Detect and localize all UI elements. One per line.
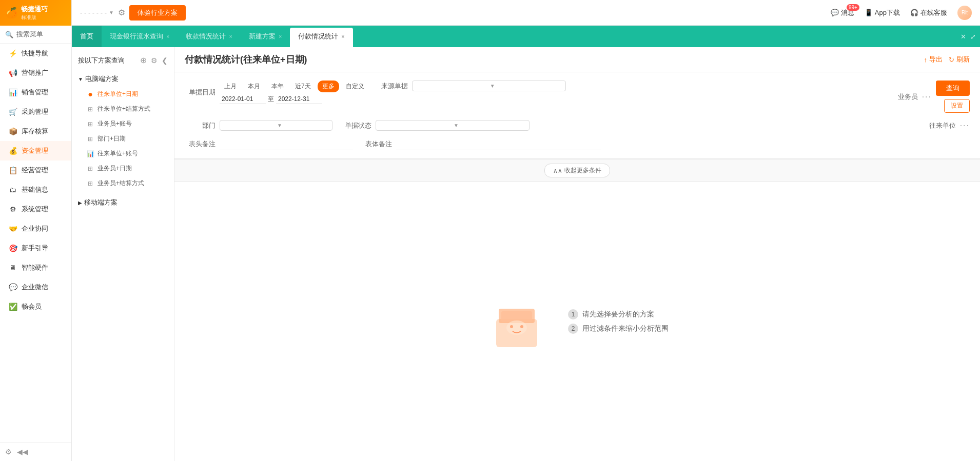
query-btn[interactable]: 查询 bbox=[936, 81, 970, 96]
add-schema-icon[interactable]: ⊕ bbox=[140, 55, 147, 65]
table-schema-icon: ⊞ bbox=[86, 165, 94, 173]
schema-item-label: 业务员+日期 bbox=[97, 164, 132, 173]
sidebar-item-sales[interactable]: 📊 销售管理 bbox=[0, 83, 71, 102]
sidebar-item-label: 系统管理 bbox=[22, 205, 48, 214]
app-name: 畅捷通巧 bbox=[21, 5, 48, 14]
export-btn[interactable]: ↑ 导出 bbox=[924, 55, 943, 64]
sidebar-item-member[interactable]: ✅ 畅会员 bbox=[0, 297, 71, 316]
schema-item-label: 业务员+账号 bbox=[97, 119, 132, 128]
this-year-btn[interactable]: 本年 bbox=[267, 81, 288, 92]
collapse-sidebar-icon[interactable]: ◀◀ bbox=[17, 448, 28, 456]
tab-new-plan[interactable]: 新建方案 × bbox=[241, 26, 290, 47]
active-schema-icon: ● bbox=[86, 90, 94, 98]
company-selector[interactable]: - - - - - - - ▼ bbox=[80, 9, 114, 16]
partner-filter-label: 往来单位 bbox=[925, 121, 956, 130]
dept-select[interactable]: ▼ bbox=[220, 120, 332, 131]
table-body-note-label: 表体备注 bbox=[361, 139, 392, 149]
topbar-gear-icon[interactable]: ⚙ bbox=[118, 8, 125, 17]
tab-close-icon[interactable]: × bbox=[341, 33, 344, 39]
trial-btn[interactable]: 体验行业方案 bbox=[129, 5, 186, 21]
wechat-icon: 💬 bbox=[8, 283, 17, 292]
collapse-schema-icon[interactable]: ❮ bbox=[162, 56, 168, 65]
custom-date-btn[interactable]: 自定义 bbox=[341, 81, 369, 92]
schema-mobile-section-header[interactable]: ▶ 移动端方案 bbox=[72, 195, 174, 210]
sidebar-search[interactable]: 🔍 搜索菜单 bbox=[0, 26, 71, 44]
user-avatar[interactable]: Rit bbox=[957, 6, 972, 20]
tab-home[interactable]: 首页 bbox=[72, 26, 102, 47]
messages-badge: 99+ bbox=[847, 4, 859, 11]
quick-nav-icon: ⚡ bbox=[8, 49, 17, 58]
schema-item-partner-date[interactable]: ● 往来单位+日期 bbox=[72, 87, 174, 102]
empty-area: 1 请先选择要分析的方案 2 用过滤条件来缩小分析范围 bbox=[174, 182, 980, 461]
sidebar-item-system[interactable]: ⚙ 系统管理 bbox=[0, 199, 71, 219]
schema-desktop-section-header[interactable]: ▼ 电脑端方案 bbox=[72, 71, 174, 87]
sidebar-item-marketing[interactable]: 📢 营销推广 bbox=[0, 63, 71, 83]
staff-filter-dots[interactable]: ··· bbox=[922, 92, 932, 102]
tabbar: 首页 现金银行流水查询 × 收款情况统计 × 新建方案 × 付款情况统计 × ✕… bbox=[72, 26, 980, 47]
date-start-input[interactable] bbox=[220, 94, 266, 104]
schema-item-dept-date[interactable]: ⊞ 部门+日期 bbox=[72, 131, 174, 146]
tab-close-icon[interactable]: × bbox=[166, 33, 169, 39]
page-title: 付款情况统计(往来单位+日期) bbox=[185, 53, 307, 66]
tab-payment-stats[interactable]: 付款情况统计 × bbox=[290, 28, 352, 47]
close-all-tabs-icon[interactable]: ✕ bbox=[961, 33, 966, 41]
schema-item-staff-payment[interactable]: ⊞ 业务员+结算方式 bbox=[72, 176, 174, 191]
app-logo: 🍊 bbox=[5, 7, 18, 19]
date-filter-btns: 上月 本月 本年 近7天 更多 自定义 bbox=[220, 81, 369, 92]
sidebar-item-finance[interactable]: 💰 资金管理 bbox=[0, 141, 71, 161]
tab-label: 收款情况统计 bbox=[186, 32, 226, 41]
tab-receipt-stats[interactable]: 收款情况统计 × bbox=[178, 26, 240, 47]
sidebar-item-guide[interactable]: 🎯 新手引导 bbox=[0, 238, 71, 258]
content-area: 按以下方案查询 ⊕ ⚙ ❮ ▼ 电脑端方案 ● 往来单位+日期 ⊞ bbox=[72, 47, 980, 461]
sidebar-item-purchase[interactable]: 🛒 采购管理 bbox=[0, 102, 71, 122]
sidebar-item-operations[interactable]: 📋 经营管理 bbox=[0, 161, 71, 180]
sidebar-item-basic-info[interactable]: 🗂 基础信息 bbox=[0, 180, 71, 199]
schema-header-label: 按以下方案查询 bbox=[78, 56, 125, 65]
sidebar-item-cooperation[interactable]: 🤝 企业协同 bbox=[0, 219, 71, 238]
table-schema-icon: ⊞ bbox=[86, 105, 94, 113]
cooperation-icon: 🤝 bbox=[8, 224, 17, 233]
sidebar-item-wechat[interactable]: 💬 企业微信 bbox=[0, 277, 71, 297]
expand-icon[interactable]: ⤢ bbox=[970, 33, 976, 41]
settings-icon[interactable]: ⚙ bbox=[5, 448, 12, 456]
tab-close-icon[interactable]: × bbox=[229, 33, 232, 39]
this-month-btn[interactable]: 本月 bbox=[243, 81, 265, 92]
voucher-status-label: 单据状态 bbox=[341, 121, 371, 130]
last-7-days-btn[interactable]: 近7天 bbox=[290, 81, 316, 92]
tab-close-icon[interactable]: × bbox=[279, 33, 282, 39]
table-body-note-input[interactable] bbox=[396, 138, 601, 150]
setting-btn[interactable]: 设置 bbox=[944, 99, 970, 113]
sidebar-item-label: 企业协同 bbox=[22, 224, 48, 233]
table-schema-icon: ⊞ bbox=[86, 120, 94, 128]
main-panel: 付款情况统计(往来单位+日期) ↑ 导出 ↻ 刷新 单 bbox=[174, 47, 980, 461]
schema-item-partner-payment[interactable]: ⊞ 往来单位+结算方式 bbox=[72, 102, 174, 116]
source-select[interactable]: ▼ bbox=[412, 81, 566, 91]
finance-icon: 💰 bbox=[8, 146, 17, 155]
schema-item-staff-account[interactable]: ⊞ 业务员+账号 bbox=[72, 116, 174, 131]
more-date-btn[interactable]: 更多 bbox=[318, 81, 339, 92]
last-month-btn[interactable]: 上月 bbox=[220, 81, 241, 92]
collapse-more-btn[interactable]: ∧∧ 收起更多条件 bbox=[544, 164, 610, 177]
table-schema-icon: ⊞ bbox=[86, 135, 94, 143]
topbar-right: 💬 消息 99+ 📱 App下载 🎧 在线客服 Rit bbox=[831, 6, 972, 20]
date-end-input[interactable] bbox=[276, 94, 322, 104]
tab-bank-flow[interactable]: 现金银行流水查询 × bbox=[102, 26, 178, 47]
refresh-btn[interactable]: ↻ 刷新 bbox=[949, 55, 970, 64]
staff-filter-label: 业务员 bbox=[887, 92, 918, 102]
schema-item-staff-date[interactable]: ⊞ 业务员+日期 bbox=[72, 161, 174, 176]
schema-mobile-section: ▶ 移动端方案 bbox=[72, 193, 174, 212]
online-service-btn[interactable]: 🎧 在线客服 bbox=[910, 8, 947, 17]
page-header: 付款情况统计(往来单位+日期) ↑ 导出 ↻ 刷新 bbox=[174, 47, 980, 72]
tabbar-actions: ✕ ⤢ bbox=[961, 26, 980, 47]
voucher-status-select[interactable]: ▼ bbox=[376, 120, 530, 131]
sidebar-item-inventory[interactable]: 📦 库存核算 bbox=[0, 122, 71, 141]
sidebar-item-hardware[interactable]: 🖥 智能硬件 bbox=[0, 258, 71, 277]
partner-filter-dots[interactable]: ··· bbox=[960, 121, 970, 130]
messages-btn[interactable]: 💬 消息 99+ bbox=[831, 8, 854, 17]
schema-settings-icon[interactable]: ⚙ bbox=[151, 56, 158, 65]
table-header-note-input[interactable] bbox=[220, 138, 353, 150]
sidebar-item-quick-nav[interactable]: ⚡ 快捷导航 bbox=[0, 44, 71, 63]
empty-illustration bbox=[486, 291, 547, 352]
schema-item-partner-account[interactable]: 📊 往来单位+账号 bbox=[72, 146, 174, 161]
app-download-btn[interactable]: 📱 App下载 bbox=[865, 8, 900, 17]
